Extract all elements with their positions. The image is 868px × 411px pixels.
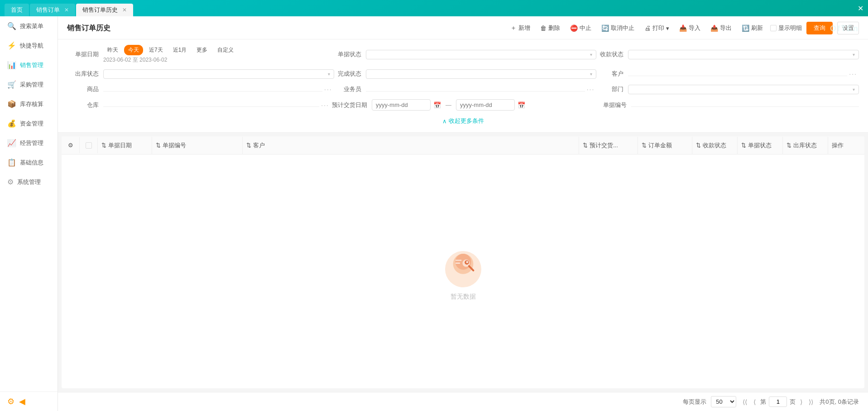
sidebar-item-basic-info[interactable]: 📋 基础信息 bbox=[0, 153, 58, 172]
tab-home[interactable]: 首页 bbox=[5, 4, 29, 16]
delete-btn[interactable]: 🗑 删除 bbox=[537, 22, 563, 34]
sidebar-item-search[interactable]: 🔍 搜索菜单 bbox=[0, 16, 58, 36]
new-icon: ＋ bbox=[510, 24, 517, 32]
table-area: ⚙ ⇅ 单据日期 ⇅ 单据编号 ⇅ 客户 ⇅ bbox=[62, 136, 864, 388]
first-page-btn[interactable]: ⟨⟨ bbox=[741, 397, 749, 406]
calendar-end-icon[interactable]: 📅 bbox=[518, 102, 525, 109]
delivery-status-select[interactable]: ▾ bbox=[103, 69, 334, 79]
sidebar-item-system[interactable]: ⚙ 系统管理 bbox=[0, 172, 58, 192]
operations-icon: 📈 bbox=[7, 139, 16, 147]
th-bill-status[interactable]: ⇅ 单据状态 bbox=[738, 137, 783, 154]
export-btn[interactable]: 📤 导出 bbox=[708, 22, 734, 34]
stop-label: 中止 bbox=[580, 24, 591, 32]
cancel-stop-label: 取消中止 bbox=[611, 24, 634, 32]
sort-icon-date: ⇅ bbox=[101, 142, 106, 149]
calendar-start-icon[interactable]: 📅 bbox=[433, 102, 441, 109]
system-icon: ⚙ bbox=[7, 178, 14, 186]
th-customer[interactable]: ⇅ 客户 bbox=[243, 137, 579, 154]
warehouse-ellipsis[interactable]: ··· bbox=[319, 100, 331, 111]
date-btn-more[interactable]: 更多 bbox=[192, 45, 211, 55]
warehouse-label: 仓库 bbox=[67, 101, 103, 109]
select-all-checkbox[interactable] bbox=[86, 142, 92, 149]
sidebar-settings-icon[interactable]: ⚙ bbox=[7, 396, 14, 406]
pagination: ⟨⟨ ⟨ 第 页 ⟩ ⟩⟩ bbox=[741, 396, 815, 407]
payment-status-select[interactable]: ▾ bbox=[628, 50, 859, 59]
stop-btn[interactable]: ⛔ 中止 bbox=[567, 22, 594, 34]
date-quick-btns: 昨天 今天 近7天 近1月 更多 自定义 bbox=[103, 45, 334, 55]
date-btn-7days[interactable]: 近7天 bbox=[145, 45, 167, 55]
sidebar-item-operations-label: 经营管理 bbox=[20, 139, 43, 147]
sidebar-item-purchase-label: 采购管理 bbox=[20, 81, 43, 89]
sales-icon: 📊 bbox=[7, 61, 16, 69]
sidebar-item-inventory-label: 库存核算 bbox=[20, 100, 43, 108]
sidebar-item-sales[interactable]: 📊 销售管理 bbox=[0, 55, 58, 75]
refresh-btn[interactable]: 🔃 刷新 bbox=[739, 22, 766, 34]
th-delivery[interactable]: ⇅ 预计交货... bbox=[579, 137, 638, 154]
th-settings[interactable]: ⚙ bbox=[62, 137, 80, 153]
finance-icon: 💰 bbox=[7, 119, 16, 128]
department-label: 部门 bbox=[596, 85, 628, 93]
warehouse-input-area bbox=[103, 103, 319, 107]
expected-date-end[interactable] bbox=[456, 99, 515, 111]
sidebar-collapse-icon[interactable]: ◀ bbox=[19, 396, 25, 406]
sidebar-item-quicknav[interactable]: ⚡ 快捷导航 bbox=[0, 36, 58, 55]
next-page-btn[interactable]: ⟩ bbox=[798, 397, 804, 406]
import-btn[interactable]: 📥 导入 bbox=[676, 22, 703, 34]
date-btn-custom[interactable]: 自定义 bbox=[213, 45, 238, 55]
expected-date-start[interactable] bbox=[372, 99, 431, 111]
sidebar-item-operations[interactable]: 📈 经营管理 bbox=[0, 133, 58, 153]
sidebar-item-purchase[interactable]: 🛒 采购管理 bbox=[0, 75, 58, 94]
th-delivery-status[interactable]: ⇅ 出库状态 bbox=[783, 137, 828, 154]
empty-state: 暂无数据 bbox=[62, 155, 864, 388]
date-btn-today[interactable]: 今天 bbox=[124, 45, 143, 55]
sidebar-item-quicknav-label: 快捷导航 bbox=[20, 42, 43, 50]
page-title-row: 销售订单历史 ＋ 新增 🗑 删除 ⛔ 中止 🔄 bbox=[67, 22, 859, 39]
tab-sales-order-label: 销售订单 bbox=[36, 6, 60, 14]
th-amount[interactable]: ⇅ 订单金额 bbox=[638, 137, 692, 154]
query-btn[interactable]: 查询 bbox=[806, 22, 833, 34]
last-page-btn[interactable]: ⟩⟩ bbox=[807, 397, 815, 406]
th-date[interactable]: ⇅ 单据日期 bbox=[98, 137, 152, 154]
empty-figure bbox=[441, 242, 486, 287]
prev-page-btn[interactable]: ⟨ bbox=[752, 397, 758, 406]
th-no[interactable]: ⇅ 单据编号 bbox=[152, 137, 243, 154]
new-btn[interactable]: ＋ 新增 bbox=[508, 22, 533, 34]
tab-sales-history-close[interactable]: ✕ bbox=[122, 7, 127, 13]
collapse-more-btn[interactable]: ∧ 收起更多条件 bbox=[67, 115, 859, 127]
display-columns-checkbox[interactable]: 显示明细 bbox=[770, 24, 802, 32]
salesperson-ellipsis[interactable]: ··· bbox=[585, 84, 597, 95]
department-select[interactable]: ▾ bbox=[628, 85, 859, 94]
export-icon: 📤 bbox=[710, 24, 718, 32]
filter-row-1: 单据日期 昨天 今天 近7天 近1月 更多 自定义 2023-06-02 至 2… bbox=[67, 45, 859, 64]
customer-label: 客户 bbox=[596, 70, 628, 78]
delete-label: 删除 bbox=[548, 24, 560, 32]
tab-list: 首页 销售订单 ✕ 销售订单历史 ✕ bbox=[5, 0, 858, 16]
th-checkbox[interactable] bbox=[80, 138, 98, 153]
sidebar-item-finance[interactable]: 💰 资金管理 bbox=[0, 114, 58, 133]
bill-status-select[interactable]: ▾ bbox=[366, 50, 597, 59]
tab-sales-order-close[interactable]: ✕ bbox=[64, 7, 69, 13]
sort-icon-status: ⇅ bbox=[741, 142, 746, 149]
sidebar-item-sales-label: 销售管理 bbox=[20, 61, 43, 69]
tab-home-label: 首页 bbox=[11, 6, 23, 14]
per-page-select[interactable]: 50 100 200 bbox=[711, 396, 736, 407]
settings-btn[interactable]: 设置 bbox=[837, 22, 859, 34]
cancel-stop-btn[interactable]: 🔄 取消中止 bbox=[599, 22, 637, 34]
print-btn[interactable]: 🖨 打印 ▾ bbox=[642, 22, 672, 34]
delete-icon: 🗑 bbox=[540, 24, 547, 32]
salesperson-label: 业务员 bbox=[334, 85, 366, 93]
tab-sales-order[interactable]: 销售订单 ✕ bbox=[30, 4, 75, 16]
total-records: 共0页, 0条记录 bbox=[820, 398, 859, 406]
sidebar-item-inventory[interactable]: 📦 库存核算 bbox=[0, 94, 58, 114]
window-close-btn[interactable]: ✕ bbox=[858, 4, 863, 13]
bill-no-input[interactable] bbox=[631, 103, 859, 107]
th-payment-status[interactable]: ⇅ 收款状态 bbox=[692, 137, 738, 154]
goods-ellipsis[interactable]: ··· bbox=[322, 84, 334, 95]
date-btn-yesterday[interactable]: 昨天 bbox=[103, 45, 122, 55]
complete-status-select[interactable]: ▾ bbox=[366, 69, 597, 79]
page-input[interactable] bbox=[769, 396, 787, 407]
customer-ellipsis[interactable]: ··· bbox=[847, 68, 859, 79]
tab-sales-history[interactable]: 销售订单历史 ✕ bbox=[76, 4, 133, 16]
date-btn-1month[interactable]: 近1月 bbox=[169, 45, 191, 55]
collapse-label: 收起更多条件 bbox=[449, 117, 484, 125]
